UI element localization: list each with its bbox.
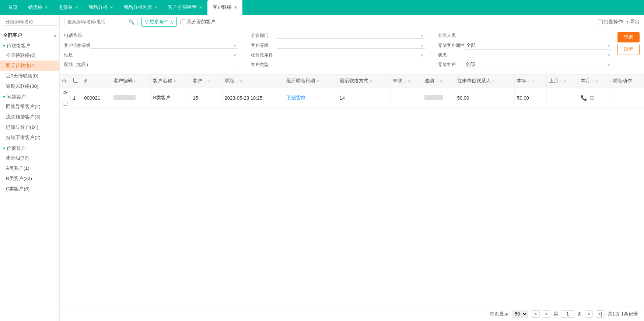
more-filter-button[interactable]: ▽ 更多条件 ∧: [141, 17, 177, 27]
filter-customer-level-select[interactable]: ∨: [277, 43, 424, 49]
filter-row-4: 区域（地区） ··· 客户类型 零散客户: [64, 61, 612, 69]
sidebar-item-declining[interactable]: 持续下滑客户(2): [0, 132, 59, 143]
cell-last-month: 50.00: [515, 87, 546, 108]
filter-phone-input[interactable]: [90, 32, 238, 39]
filter-person-more-icon[interactable]: ···: [608, 33, 612, 38]
sidebar-item-churned[interactable]: 已流失客户(24): [0, 122, 59, 132]
nav-home[interactable]: 首页: [3, 0, 23, 15]
sort-overdue-icon[interactable]: ⇅: [440, 79, 442, 83]
filter-person-input[interactable]: [464, 32, 608, 39]
batch-button[interactable]: 批量操作: [598, 18, 623, 25]
nav-customer-contact[interactable]: 客户联络 ✕: [207, 0, 242, 15]
close-purchase-icon[interactable]: ✕: [75, 5, 78, 10]
col-name[interactable]: 客户名称 ⇅: [151, 75, 190, 87]
sort-unit-icon[interactable]: ⇅: [492, 79, 495, 83]
page-size-select[interactable]: 50: [512, 310, 528, 318]
sort-last-month-icon[interactable]: ⇅: [564, 79, 567, 83]
filter-payment-select[interactable]: ∨: [277, 52, 424, 58]
close-analysis-icon[interactable]: ✕: [110, 5, 113, 10]
sidebar-item-7days[interactable]: 近7天待联络(0): [0, 71, 59, 81]
filter-region-input[interactable]: [91, 61, 234, 68]
col-overdue[interactable]: 逾期... ⇅: [422, 75, 455, 87]
sort-not-contact-icon[interactable]: ⇅: [407, 79, 410, 83]
all-customers-header: 全部客户 «: [0, 29, 59, 40]
page-number-input[interactable]: [561, 310, 574, 318]
sidebar-item-class-b[interactable]: B类客户(33): [0, 173, 59, 184]
row-gear-icon[interactable]: ⚙: [63, 90, 67, 96]
close-analysis-list-icon[interactable]: ✕: [154, 5, 158, 10]
nav-analysis-list[interactable]: 商品分析列表 ✕: [118, 0, 163, 15]
collapse-icon[interactable]: «: [54, 33, 56, 38]
col-last-month[interactable]: 上月... ⇅: [546, 75, 578, 87]
prev-page-button[interactable]: <: [543, 310, 550, 318]
batch-checkbox[interactable]: [598, 20, 603, 24]
sort-contact-icon[interactable]: ⇅: [239, 79, 242, 83]
sort-year-icon[interactable]: ⇅: [532, 79, 535, 83]
sidebar-item-ungrouped[interactable]: 未分组(32): [0, 153, 59, 163]
col-this-month[interactable]: 本月... ⇅: [578, 75, 610, 87]
sort-name-icon[interactable]: ⇅: [174, 79, 176, 83]
close-customer-contact-icon[interactable]: ✕: [234, 5, 237, 10]
query-button[interactable]: 查询: [617, 32, 640, 42]
col-not-contact[interactable]: 未联... ⇅: [390, 75, 422, 87]
reset-button[interactable]: 设置: [617, 44, 640, 55]
nav-sales[interactable]: 销货单 ✕: [23, 0, 53, 15]
sidebar-item-overdue[interactable]: 逾期未联络(30): [0, 81, 59, 92]
nav-purchase[interactable]: 进货单 ✕: [53, 0, 83, 15]
row-checkbox[interactable]: [63, 101, 67, 106]
action-grid-icon[interactable]: ⊞: [590, 95, 594, 101]
my-customers-checkbox[interactable]: [181, 20, 185, 24]
cell-name: [111, 87, 151, 108]
select-all-checkbox[interactable]: [73, 78, 78, 83]
toolbar-search-input[interactable]: [67, 19, 129, 24]
filter-customer-type-input[interactable]: [277, 61, 424, 68]
col-last-method[interactable]: 最后联络方式 ⇅: [337, 75, 390, 87]
cell-last-date: 2023-05-23 18:25:: [222, 87, 284, 108]
col-last-date[interactable]: 最后联络日期 ⇅: [284, 75, 337, 87]
chevron-up-icon: ∧: [170, 19, 174, 25]
filter-zero-attr-select[interactable]: 全部 ∨: [465, 41, 612, 50]
close-sales-icon[interactable]: ✕: [45, 5, 48, 10]
col-type[interactable]: 客户... ⇅: [190, 75, 222, 87]
export-button[interactable]: ↑ 导出: [627, 18, 640, 25]
filter-zero-customer-select[interactable]: 全部 ∨: [464, 61, 612, 69]
sidebar-item-class-c[interactable]: C类客户(6): [0, 184, 59, 194]
sort-this-month-icon[interactable]: ⇅: [596, 79, 599, 83]
filter-gender-select[interactable]: ∨: [90, 52, 238, 58]
sidebar-item-tomorrow[interactable]: 明天待联络(1): [0, 61, 59, 71]
cell-gear[interactable]: ⚙: [60, 87, 71, 98]
col-contact[interactable]: 联络... ⇅: [222, 75, 284, 87]
gear-icon[interactable]: ⚙: [62, 78, 66, 84]
col-gear[interactable]: ⚙: [60, 75, 71, 87]
sidebar-group-pending: 待联络客户: [0, 40, 59, 50]
col-this-year[interactable]: 本年... ⇅: [515, 75, 546, 87]
cell-last-method[interactable]: 下销货单: [284, 87, 337, 108]
sidebar-item-class-a[interactable]: A类客户(1): [0, 163, 59, 173]
nav-analysis[interactable]: 商品分析 ✕: [83, 0, 118, 15]
filter-price-level-select[interactable]: ∨: [91, 43, 238, 49]
filter-icon: ▽: [145, 19, 148, 25]
filter-region-more-icon[interactable]: ···: [234, 62, 238, 68]
col-code[interactable]: 客户编码 ⇅: [111, 75, 151, 87]
sort-type-icon[interactable]: ⇅: [208, 79, 211, 83]
sort-code-icon[interactable]: ⇅: [134, 79, 137, 83]
filter-panel: 电话号码 分管部门 ∨ 分管人员: [60, 29, 644, 75]
sidebar-search-input[interactable]: [3, 18, 60, 26]
last-page-button[interactable]: >|: [596, 310, 605, 318]
first-page-button[interactable]: |<: [531, 310, 540, 318]
action-phone-icon[interactable]: 📞: [581, 95, 587, 101]
col-unit-contact[interactable]: 往来单位联系人 ⇅: [455, 75, 515, 87]
toolbar-search-icon[interactable]: 🔍: [129, 19, 134, 25]
next-page-button[interactable]: >: [585, 310, 593, 318]
filter-row-2: 客户价格等级 ∨ 客户等级 ∨: [64, 41, 612, 50]
my-customers-checkbox-container: 我分管的客户: [181, 18, 216, 25]
close-customer-layer-icon[interactable]: ✕: [199, 5, 202, 10]
nav-customer-layer[interactable]: 客户分层经营 ✕: [163, 0, 207, 15]
sidebar-item-today[interactable]: 今天待联络(0): [0, 50, 59, 61]
filter-status-select[interactable]: ∨: [464, 52, 612, 58]
filter-dept-select[interactable]: ∨: [277, 33, 424, 39]
sidebar-item-repurchase-abnormal[interactable]: 回购异常客户(2): [0, 101, 59, 112]
sort-date-icon[interactable]: ⇅: [316, 79, 319, 83]
sidebar-item-churn-warning[interactable]: 流失预警客户(3): [0, 112, 59, 122]
sort-method-icon[interactable]: ⇅: [370, 79, 372, 83]
